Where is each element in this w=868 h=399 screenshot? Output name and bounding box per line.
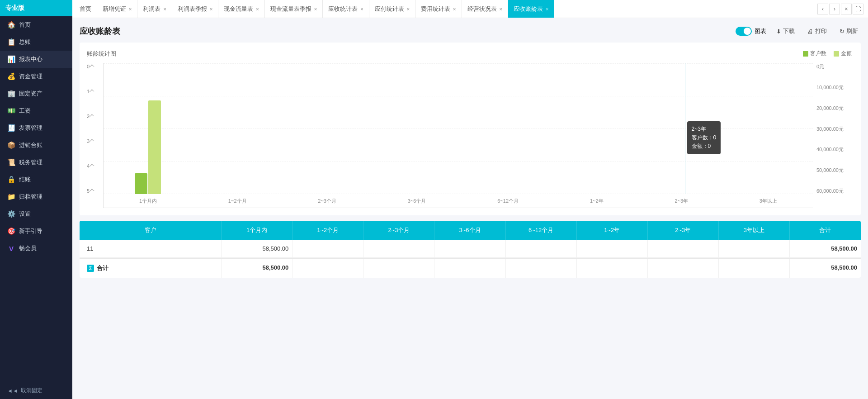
tab-receivable-stat[interactable]: 应收统计表 × bbox=[323, 0, 369, 18]
tab-receivable-stat-close[interactable]: × bbox=[360, 6, 363, 12]
refresh-button[interactable]: ↻ 刷新 bbox=[837, 25, 861, 37]
legend-customers: 客户数 bbox=[803, 50, 826, 57]
sidebar-item-inventory[interactable]: 📦 进销台账 bbox=[0, 137, 72, 154]
app-logo: 专业版 bbox=[0, 0, 72, 16]
download-button[interactable]: ⬇ 下载 bbox=[774, 25, 797, 37]
tab-expense-stat-close[interactable]: × bbox=[453, 6, 456, 12]
td-6to12 bbox=[506, 240, 577, 257]
th-1to2: 1~2个月 bbox=[292, 221, 363, 240]
sidebar-item-guide[interactable]: 🎯 新手引导 bbox=[0, 223, 72, 240]
sidebar-item-reports[interactable]: 📊 报表中心 bbox=[0, 51, 72, 68]
sidebar-pin-toggle[interactable]: ◄◄ 取消固定 bbox=[0, 382, 72, 399]
salary-icon: 💵 bbox=[7, 107, 15, 115]
x-label-3to6: 3~6个月 bbox=[408, 198, 426, 204]
x-label-1month: 1个月内 bbox=[139, 198, 157, 204]
total-label: Σ 合计 bbox=[83, 264, 217, 272]
sidebar-item-home-label: 首页 bbox=[19, 21, 31, 29]
chart-toggle[interactable]: 图表 bbox=[736, 27, 766, 36]
print-icon: 🖨 bbox=[807, 28, 813, 35]
x-label-6to12: 6~12个月 bbox=[497, 198, 519, 204]
tab-voucher[interactable]: 新增凭证 × bbox=[97, 0, 137, 18]
tab-payable-stat-close[interactable]: × bbox=[407, 6, 410, 12]
td-1to2 bbox=[292, 240, 363, 257]
tab-profit[interactable]: 利润表 × bbox=[137, 0, 172, 18]
footer-1to2 bbox=[292, 259, 363, 278]
td-2to3 bbox=[363, 240, 434, 257]
bar-amount-1month bbox=[148, 100, 161, 194]
tab-payable-stat[interactable]: 应付统计表 × bbox=[369, 0, 415, 18]
tab-cashflow-quarter[interactable]: 现金流量表季报 × bbox=[265, 0, 323, 18]
tab-profit-quarter[interactable]: 利润表季报 × bbox=[172, 0, 218, 18]
tab-cashflow-quarter-label: 现金流量表季报 bbox=[270, 5, 311, 13]
footer-2to3y bbox=[648, 259, 719, 278]
sidebar-item-home[interactable]: 🏠 首页 bbox=[0, 16, 72, 33]
sidebar-item-invoice[interactable]: 🧾 发票管理 bbox=[0, 119, 72, 137]
tab-prev-button[interactable]: ‹ bbox=[817, 4, 828, 14]
reports-icon: 📊 bbox=[7, 55, 15, 63]
crosshair-vertical bbox=[685, 63, 685, 194]
sidebar-item-salary[interactable]: 💵 工资 bbox=[0, 102, 72, 119]
footer-3to6 bbox=[434, 259, 505, 278]
chart-area: 5个 4个 3个 2个 1个 0个 bbox=[87, 63, 854, 208]
table-footer: Σ 合计 58,500.00 58,500.00 bbox=[80, 258, 861, 278]
legend-amount: 金额 bbox=[834, 50, 852, 57]
tab-cashflow-quarter-close[interactable]: × bbox=[314, 6, 317, 12]
th-2to3y: 2~3年 bbox=[648, 221, 719, 240]
tab-home[interactable]: 首页 bbox=[74, 0, 97, 18]
tab-payable-stat-label: 应付统计表 bbox=[375, 5, 404, 13]
x-label-1to2: 1~2个月 bbox=[228, 198, 247, 204]
vip-icon: V bbox=[7, 245, 15, 252]
sidebar-item-ledger[interactable]: 📋 总账 bbox=[0, 33, 72, 51]
invoice-icon: 🧾 bbox=[7, 124, 15, 132]
tab-expense-stat-label: 费用统计表 bbox=[421, 5, 450, 13]
sidebar-item-archive[interactable]: 📁 归档管理 bbox=[0, 188, 72, 205]
legend-amount-label: 金额 bbox=[841, 50, 852, 57]
x-label-over3y: 3年以上 bbox=[760, 198, 777, 204]
sidebar-item-settings[interactable]: ⚙️ 设置 bbox=[0, 205, 72, 223]
assets-icon: 🏢 bbox=[7, 90, 15, 98]
tab-aging[interactable]: 应收账龄表 × bbox=[508, 0, 554, 18]
finance-icon: 💰 bbox=[7, 72, 15, 81]
th-total: 合计 bbox=[790, 221, 861, 240]
sidebar-item-closing[interactable]: 🔒 结账 bbox=[0, 171, 72, 188]
tooltip-label: 2~3年 bbox=[692, 125, 717, 133]
chart-title: 账龄统计图 bbox=[87, 50, 854, 58]
guide-icon: 🎯 bbox=[7, 227, 15, 235]
tab-profit-close[interactable]: × bbox=[163, 6, 166, 12]
sidebar-item-finance[interactable]: 💰 资金管理 bbox=[0, 68, 72, 85]
tab-profit-quarter-close[interactable]: × bbox=[210, 6, 212, 12]
settings-icon: ⚙️ bbox=[7, 210, 15, 218]
tab-business-stat[interactable]: 经营状况表 × bbox=[462, 0, 508, 18]
chart-container: 账龄统计图 客户数 金额 5个 4个 3个 2个 1个 bbox=[80, 43, 861, 215]
tab-receivable-stat-label: 应收统计表 bbox=[328, 5, 358, 13]
th-1month: 1个月内 bbox=[222, 221, 292, 240]
tab-next-button[interactable]: › bbox=[829, 4, 840, 14]
td-customer: 11 bbox=[80, 240, 222, 257]
tab-expense-stat[interactable]: 费用统计表 × bbox=[415, 0, 462, 18]
legend-amount-dot bbox=[834, 51, 839, 57]
closing-icon: 🔒 bbox=[7, 176, 15, 184]
tab-aging-close[interactable]: × bbox=[546, 6, 548, 12]
toggle-track[interactable] bbox=[736, 27, 752, 36]
th-customer: 客户 bbox=[80, 221, 222, 240]
chart-tooltip: 2~3年 客户数：0 金额：0 bbox=[687, 121, 721, 155]
tab-voucher-close[interactable]: × bbox=[129, 6, 132, 12]
data-table: 客户 1个月内 1~2个月 2~3个月 3~6个月 6~12个月 1~2年 2~… bbox=[80, 221, 861, 278]
tab-aging-label: 应收账龄表 bbox=[514, 5, 543, 13]
tab-cashflow-close[interactable]: × bbox=[256, 6, 259, 12]
sidebar-item-tax[interactable]: 📜 税务管理 bbox=[0, 154, 72, 171]
page-title: 应收账龄表 bbox=[80, 26, 120, 37]
tab-voucher-label: 新增凭证 bbox=[103, 5, 126, 13]
footer-label-text: 合计 bbox=[97, 264, 108, 272]
td-3to6 bbox=[434, 240, 505, 257]
table-header: 客户 1个月内 1~2个月 2~3个月 3~6个月 6~12个月 1~2年 2~… bbox=[80, 221, 861, 240]
tab-cashflow[interactable]: 现金流量表 × bbox=[218, 0, 264, 18]
footer-over3y bbox=[719, 259, 790, 278]
sidebar-item-assets[interactable]: 🏢 固定资产 bbox=[0, 85, 72, 102]
tab-business-stat-close[interactable]: × bbox=[500, 6, 502, 12]
refresh-label: 刷新 bbox=[846, 27, 858, 35]
print-button[interactable]: 🖨 打印 bbox=[805, 25, 830, 37]
sidebar-item-vip[interactable]: V 畅会员 bbox=[0, 240, 72, 257]
tab-expand-button[interactable]: ⛶ bbox=[853, 4, 863, 14]
tab-close-all-button[interactable]: × bbox=[841, 4, 852, 14]
